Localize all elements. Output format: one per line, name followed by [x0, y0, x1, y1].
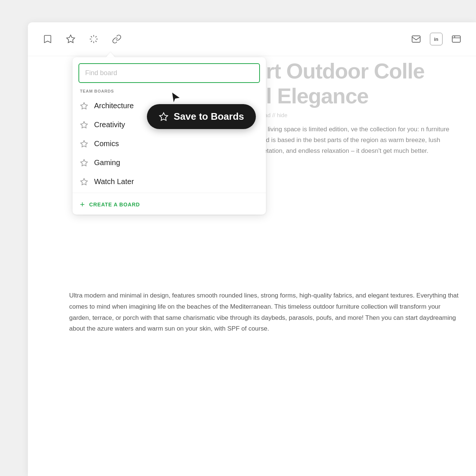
board-item-watch-later[interactable]: Watch Later: [73, 172, 266, 191]
popup-divider: [73, 193, 266, 193]
save-to-boards-tooltip[interactable]: Save to Boards: [147, 104, 256, 129]
article-title-partial: ort Outdoor Colle ol Elegance: [253, 59, 463, 108]
plus-icon: +: [80, 200, 85, 209]
save-to-boards-label: Save to Boards: [174, 111, 244, 122]
create-board-label: CREATE A BOARD: [89, 202, 140, 208]
bookmark-icon: [43, 34, 52, 44]
article-body-partial-text: door living space is limited edition, ve…: [253, 124, 463, 157]
article-title-line2: ol Elegance: [253, 84, 369, 108]
board-item-gaming[interactable]: Gaming: [73, 153, 266, 172]
toolbar-left: [41, 33, 123, 45]
svg-rect-1: [452, 36, 460, 42]
main-card: in TEAM BOARDS: [28, 22, 476, 476]
star-icon-watch-later: [80, 178, 88, 186]
find-board-input[interactable]: [78, 63, 260, 83]
sparkle-button[interactable]: [87, 33, 100, 45]
star-icon-tooltip: [159, 112, 168, 122]
toolbar: in: [28, 22, 476, 56]
article-title-line1: ort Outdoor Colle: [253, 59, 424, 83]
more-button[interactable]: [450, 33, 463, 45]
email-button[interactable]: [410, 33, 422, 45]
svg-marker-2: [172, 93, 180, 102]
article-meta-sep: //: [272, 112, 277, 118]
board-popup-area: TEAM BOARDS Architecture Creativity: [73, 52, 266, 215]
cursor-arrow: [169, 91, 181, 103]
star-icon: [66, 34, 75, 44]
bookmark-button[interactable]: [41, 33, 54, 45]
linkedin-icon: in: [434, 36, 438, 42]
sparkle-icon: [89, 34, 99, 44]
star-icon-architecture: [80, 102, 88, 110]
svg-rect-0: [412, 36, 420, 42]
board-label-architecture: Architecture: [94, 102, 134, 110]
board-item-comics[interactable]: Comics: [73, 134, 266, 153]
board-label-creativity: Creativity: [94, 120, 125, 129]
search-area: [73, 57, 266, 83]
linkedin-button[interactable]: in: [430, 33, 443, 45]
link-button[interactable]: [110, 33, 123, 45]
popup-caret: [106, 52, 115, 57]
board-label-gaming: Gaming: [94, 158, 120, 167]
email-icon: [411, 34, 421, 44]
link-icon: [112, 34, 122, 44]
board-label-comics: Comics: [94, 139, 119, 148]
bottom-article-text: Ultra modern and minimal in design, feat…: [69, 290, 463, 334]
board-popup: TEAM BOARDS Architecture Creativity: [73, 57, 266, 215]
page-container: in TEAM BOARDS: [0, 0, 476, 476]
star-button[interactable]: [64, 33, 77, 45]
article-section-right: ort Outdoor Colle ol Elegance unread // …: [240, 55, 476, 160]
bottom-article: Ultra modern and minimal in design, feat…: [56, 290, 476, 334]
more-icon: [451, 34, 461, 44]
toolbar-right: in: [410, 33, 463, 45]
article-hide: hide: [277, 112, 287, 118]
star-icon-comics: [80, 140, 88, 148]
star-icon-creativity: [80, 121, 88, 129]
article-meta-partial: unread // hide: [253, 112, 463, 118]
create-board-button[interactable]: + CREATE A BOARD: [73, 194, 266, 215]
board-label-watch-later: Watch Later: [94, 177, 134, 186]
cursor-icon: [169, 91, 181, 103]
article-body-partial: door living space is limited edition, ve…: [253, 124, 463, 157]
star-icon-gaming: [80, 159, 88, 167]
